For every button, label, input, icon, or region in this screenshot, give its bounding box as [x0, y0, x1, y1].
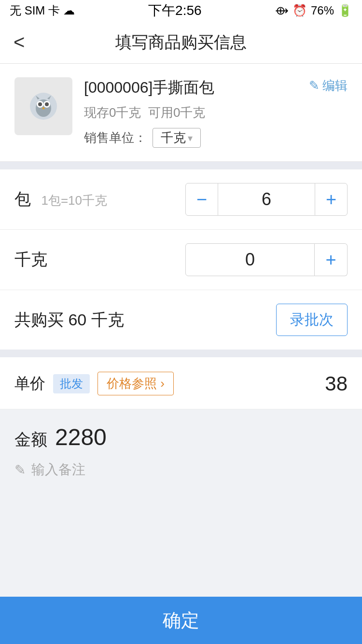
edit-button[interactable]: ✎ 编辑: [309, 77, 348, 94]
note-placeholder: 输入备注: [31, 461, 85, 479]
total-amount: 60: [68, 310, 86, 329]
unit-selector[interactable]: 千克 ▾: [153, 128, 201, 148]
back-button[interactable]: <: [14, 31, 25, 53]
status-left: 无 SIM 卡 ☁: [10, 3, 75, 18]
bao-controls: − +: [185, 183, 348, 216]
price-tag: 批发: [53, 374, 90, 393]
separator-1: [0, 162, 362, 169]
status-time: 下午2:56: [148, 1, 202, 20]
note-edit-icon: ✎: [14, 462, 26, 478]
bao-input[interactable]: [218, 183, 315, 216]
price-label: 单价: [14, 373, 45, 394]
note-row[interactable]: ✎ 输入备注: [14, 461, 348, 489]
edit-icon: ✎: [309, 78, 320, 93]
amount-label: 金额: [14, 429, 47, 451]
batch-button[interactable]: 录批次: [276, 304, 348, 336]
kg-controls: +: [185, 243, 348, 276]
bao-plus-button[interactable]: +: [315, 183, 348, 216]
battery-icon: 🔋: [338, 4, 352, 17]
amount-value: 2280: [55, 424, 107, 450]
kg-plus-button[interactable]: +: [315, 243, 348, 276]
product-stock: 现存0千克 可用0千克: [84, 104, 297, 121]
product-card: [0000006]手撕面包 现存0千克 可用0千克 销售单位： 千克 ▾ ✎ 编…: [0, 64, 362, 162]
price-section: 单价 批发 价格参照 › 38: [0, 357, 362, 409]
amount-section: 金额 2280 ✎ 输入备注: [0, 409, 362, 489]
kg-row: 千克 +: [0, 230, 362, 290]
product-image: [14, 77, 72, 135]
unit-label: 销售单位：: [84, 129, 147, 146]
bao-hint: 1包=10千克: [41, 193, 107, 208]
total-row: 共购买 60 千克 录批次: [0, 290, 362, 350]
product-unit-row: 销售单位： 千克 ▾: [84, 128, 297, 148]
nav-bar: < 填写商品购买信息: [0, 21, 362, 64]
product-info: [0000006]手撕面包 现存0千克 可用0千克 销售单位： 千克 ▾: [84, 77, 297, 148]
dropdown-arrow-icon: ▾: [188, 132, 193, 144]
status-bar: 无 SIM 卡 ☁ 下午2:56 ⟴ ⏰ 76% 🔋: [0, 0, 362, 21]
separator-2: [0, 350, 362, 357]
bottom-spacer: [0, 489, 362, 546]
bao-row: 包 1包=10千克 − +: [0, 169, 362, 230]
kg-input[interactable]: [185, 243, 315, 276]
sim-status: 无 SIM 卡 ☁: [10, 3, 75, 18]
location-icon: ⟴: [275, 4, 289, 17]
total-text: 共购买 60 千克: [14, 309, 124, 331]
status-right: ⟴ ⏰ 76% 🔋: [275, 4, 352, 17]
amount-row: 金额 2280: [14, 424, 348, 451]
svg-point-5: [45, 102, 49, 106]
bao-input-section: 包 1包=10千克 − + 千克 +: [0, 169, 362, 290]
product-logo-icon: [29, 92, 58, 121]
bao-minus-button[interactable]: −: [185, 183, 218, 216]
page-title: 填写商品购买信息: [115, 31, 247, 54]
confirm-button[interactable]: 确定: [0, 597, 362, 644]
price-value: 38: [325, 372, 348, 395]
battery-level: 76%: [311, 4, 334, 17]
kg-label: 千克: [14, 249, 185, 271]
alarm-icon: ⏰: [292, 4, 307, 17]
svg-point-4: [38, 102, 42, 106]
price-ref-button[interactable]: 价格参照 ›: [97, 372, 174, 395]
bao-label: 包 1包=10千克: [14, 188, 185, 210]
product-title: [0000006]手撕面包: [84, 77, 297, 98]
